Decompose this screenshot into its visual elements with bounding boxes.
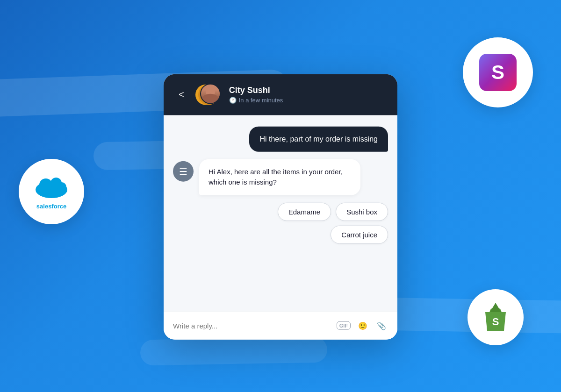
back-button[interactable]: < xyxy=(175,87,188,102)
chat-status-text: In a few minutes xyxy=(239,97,283,104)
quick-reply-edamame[interactable]: Edamame xyxy=(278,203,331,221)
salesforce-logo: salesforce xyxy=(19,159,84,224)
attachment-icon[interactable]: 📎 xyxy=(375,319,388,332)
chat-name: City Sushi xyxy=(229,86,386,96)
chat-status: 🕐 In a few minutes xyxy=(229,97,386,104)
quick-reply-carrot-juice[interactable]: Carrot juice xyxy=(331,226,388,244)
quick-reply-row-1: Edamame Sushi box xyxy=(278,203,388,221)
bot-message: ☰ Hi Alex, here are all the items in you… xyxy=(173,159,388,195)
svg-marker-5 xyxy=(490,303,501,312)
square-letter: S xyxy=(479,54,517,91)
chat-footer: GIF 🙂 📎 xyxy=(164,311,397,339)
emoji-icon[interactable]: 🙂 xyxy=(356,319,369,332)
svg-point-1 xyxy=(39,178,52,192)
salesforce-label: salesforce xyxy=(36,203,66,210)
bot-avatar: ☰ xyxy=(173,161,194,182)
quick-replies: Edamame Sushi box Carrot juice xyxy=(173,203,388,244)
bot-icon: ☰ xyxy=(179,166,187,177)
svg-point-3 xyxy=(57,182,66,192)
bot-bubble: Hi Alex, here are all the items in your … xyxy=(199,159,360,195)
quick-reply-row-2: Carrot juice xyxy=(331,226,388,244)
svg-text:S: S xyxy=(492,316,499,328)
avatar-main xyxy=(200,83,221,104)
square-logo: S xyxy=(463,37,533,107)
avatar-person xyxy=(201,84,220,103)
quick-reply-sushi-box[interactable]: Sushi box xyxy=(336,203,388,221)
chat-body: Hi there, part of my order is missing ☰ … xyxy=(164,115,397,311)
avatar-stack xyxy=(195,83,222,106)
bg-stripe-4 xyxy=(140,337,328,366)
shopify-logo: S xyxy=(468,289,524,345)
clock-icon: 🕐 xyxy=(229,97,237,104)
reply-input[interactable] xyxy=(173,321,331,329)
user-message: Hi there, part of my order is missing xyxy=(173,126,388,151)
chat-header: < City Sushi 🕐 In a few minutes xyxy=(164,74,397,115)
gif-button[interactable]: GIF xyxy=(337,321,351,330)
user-bubble: Hi there, part of my order is missing xyxy=(249,126,388,151)
chat-title-area: City Sushi 🕐 In a few minutes xyxy=(229,86,386,104)
salesforce-cloud-icon: salesforce xyxy=(35,174,68,210)
chat-window: < City Sushi 🕐 In a few minutes Hi there… xyxy=(164,74,397,339)
